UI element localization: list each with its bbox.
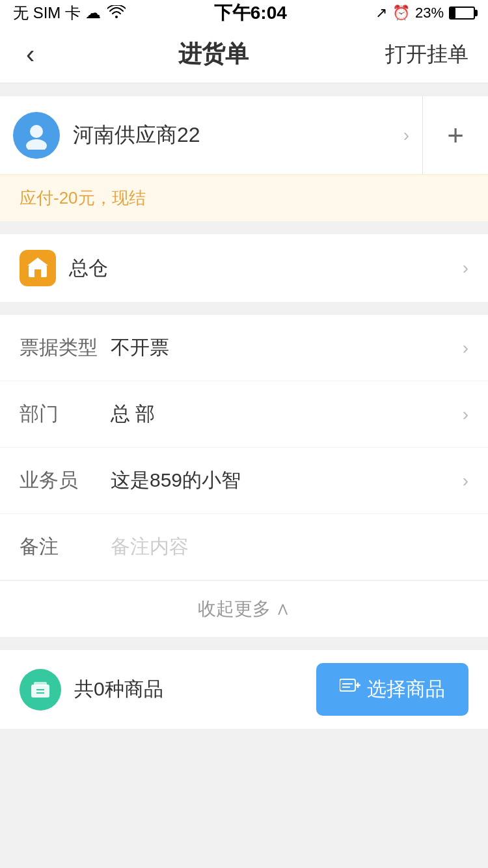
battery-percent: 23% — [415, 5, 444, 21]
svg-point-2 — [26, 139, 47, 150]
invoice-type-row[interactable]: 票据类型 不开票 › — [0, 315, 488, 381]
back-button[interactable]: ‹ — [20, 33, 41, 75]
department-chevron-icon: › — [463, 404, 468, 425]
department-row[interactable]: 部门 总 部 › — [0, 381, 488, 448]
remark-row[interactable]: 备注 备注内容 — [0, 514, 488, 580]
select-product-button[interactable]: 选择商品 — [316, 663, 468, 716]
remark-input[interactable]: 备注内容 — [111, 534, 468, 560]
open-pending-button[interactable]: 打开挂单 — [385, 40, 468, 69]
supplier-chevron-icon: › — [403, 125, 409, 146]
salesperson-label: 业务员 — [20, 467, 98, 494]
status-right: ↗ ⏰ 23% — [375, 5, 475, 21]
svg-rect-5 — [34, 269, 41, 277]
collapse-toggle-button[interactable]: 收起更多 ∧ — [0, 580, 488, 637]
product-icon-bg — [20, 669, 61, 711]
remark-label: 备注 — [20, 534, 98, 560]
salesperson-chevron-icon: › — [463, 470, 468, 491]
svg-rect-7 — [34, 682, 47, 686]
warehouse-chevron-icon: › — [463, 258, 468, 278]
bottom-bar: 共0种商品 选择商品 — [0, 650, 488, 729]
alarm-icon: ⏰ — [392, 5, 410, 21]
select-product-label: 选择商品 — [367, 676, 445, 703]
nav-bar: ‹ 进货单 打开挂单 — [0, 26, 488, 83]
divider-2 — [0, 302, 488, 315]
supplier-avatar — [13, 112, 60, 159]
warehouse-row[interactable]: 总仓 › — [0, 234, 488, 302]
svg-rect-10 — [340, 679, 355, 691]
supplier-row[interactable]: 河南供应商22 › — [0, 96, 423, 174]
salesperson-value: 这是859的小智 — [111, 467, 456, 494]
empty-area — [0, 729, 488, 868]
status-left: 无 SIM 卡 ☁ — [13, 3, 126, 23]
invoice-type-label: 票据类型 — [20, 334, 98, 361]
supplier-name: 河南供应商22 — [73, 121, 397, 150]
select-product-icon — [340, 678, 360, 701]
battery-icon — [449, 7, 475, 20]
svg-rect-6 — [31, 685, 49, 698]
product-count-label: 共0种商品 — [74, 676, 316, 703]
invoice-type-chevron-icon: › — [463, 338, 468, 359]
department-label: 部门 — [20, 401, 98, 427]
page-title: 进货单 — [178, 38, 249, 70]
status-bar: 无 SIM 卡 ☁ 下午6:04 ↗ ⏰ 23% — [0, 0, 488, 26]
status-time: 下午6:04 — [214, 1, 287, 25]
sim-status: 无 SIM 卡 ☁ — [13, 3, 101, 23]
supplier-section: 河南供应商22 › + — [0, 96, 488, 174]
svg-point-1 — [30, 125, 43, 138]
svg-marker-4 — [27, 258, 48, 265]
salesperson-row[interactable]: 业务员 这是859的小智 › — [0, 448, 488, 514]
notice-bar: 应付-20元，现结 — [0, 174, 488, 221]
department-value: 总 部 — [111, 401, 456, 427]
warehouse-icon-bg — [20, 250, 56, 286]
invoice-type-value: 不开票 — [111, 334, 456, 361]
add-supplier-button[interactable]: + — [423, 96, 488, 174]
form-section: 票据类型 不开票 › 部门 总 部 › 业务员 这是859的小智 › 备注 备注… — [0, 315, 488, 637]
warehouse-name: 总仓 — [69, 255, 456, 282]
svg-point-0 — [115, 16, 118, 18]
divider-1 — [0, 221, 488, 234]
location-icon: ↗ — [375, 5, 387, 21]
wifi-icon — [107, 4, 126, 22]
content: 河南供应商22 › + 应付-20元，现结 总仓 › 票据类型 不开票 › 部门 — [0, 96, 488, 868]
